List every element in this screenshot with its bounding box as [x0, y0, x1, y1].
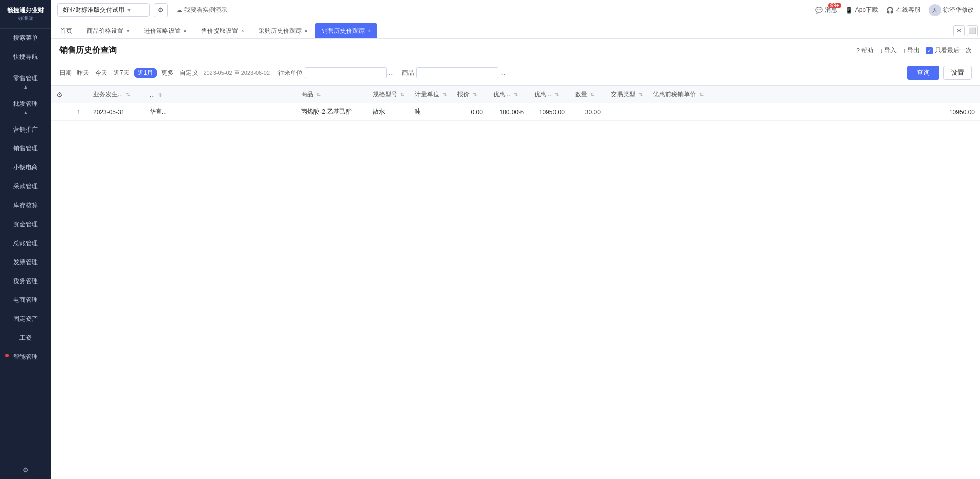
- tab-purchase-history[interactable]: 采购历史价跟踪 ×: [252, 23, 314, 38]
- col-header-unit[interactable]: 计量单位 ⇅: [410, 86, 452, 103]
- sidebar-item-retail[interactable]: 零售管理 ▲: [0, 69, 51, 95]
- only-last-checkbox[interactable]: ✓: [926, 47, 933, 54]
- sort-extra-icon[interactable]: ⇅: [158, 92, 162, 98]
- sort-unit-icon[interactable]: ⇅: [443, 92, 447, 97]
- export-button[interactable]: ↑ 导出: [903, 46, 920, 55]
- sidebar-settings-icon[interactable]: ⚙: [0, 461, 51, 479]
- source-unit-input[interactable]: [305, 67, 387, 78]
- sort-product-icon[interactable]: ⇅: [316, 92, 321, 97]
- preset-custom[interactable]: 自定义: [178, 68, 200, 78]
- sidebar-item-purchase[interactable]: 采购管理: [0, 177, 51, 196]
- tab-purchase-strategy[interactable]: 进价策略设置 ×: [137, 23, 194, 38]
- messages-button[interactable]: 💬 消息 99+: [815, 6, 837, 14]
- sidebar-quicknav[interactable]: 快捷导航: [0, 48, 51, 67]
- export-icon: ↑: [903, 47, 906, 54]
- topbar-version-selector[interactable]: 好业财标准版交付试用 ▼: [57, 3, 150, 17]
- tab-purchase-history-close[interactable]: ×: [305, 28, 308, 34]
- smart-red-dot: [5, 354, 9, 357]
- col-header-date[interactable]: 业务发生... ⇅: [88, 86, 144, 103]
- sidebar-item-retail-label: 零售管理: [13, 74, 38, 83]
- app-download-label: App下载: [855, 6, 878, 14]
- headset-icon: 🎧: [886, 7, 894, 14]
- col-trade-label: 交易类型: [611, 91, 635, 98]
- source-unit-more[interactable]: ...: [389, 69, 394, 76]
- user-profile[interactable]: 人 徐泽华修改: [929, 4, 974, 16]
- help-button[interactable]: ? 帮助: [856, 46, 874, 55]
- sidebar-item-salary[interactable]: 工资: [0, 329, 51, 347]
- sidebar-search[interactable]: 搜索菜单: [0, 29, 51, 48]
- col-header-product[interactable]: 商品 ⇅: [296, 86, 368, 103]
- sidebar-item-fixed-assets-label: 固定资产: [13, 315, 38, 323]
- col-header-qty[interactable]: 数量 ⇅: [570, 86, 606, 103]
- expand-tab-button[interactable]: ⬜: [967, 25, 978, 36]
- col-discount2-label: 优惠...: [534, 91, 551, 98]
- sort-pretax-icon[interactable]: ⇅: [699, 92, 704, 97]
- col-header-extra[interactable]: ... ⇅: [144, 86, 296, 103]
- table-row[interactable]: 1 2023-05-31 华查... 丙烯酸-2-乙基己酯 散水 吨 0.00 …: [51, 103, 980, 121]
- sidebar-item-ledger[interactable]: 总账管理: [0, 234, 51, 253]
- sort-discount1-icon[interactable]: ⇅: [514, 92, 518, 97]
- import-button[interactable]: ↓ 导入: [880, 46, 897, 55]
- sort-trade-icon[interactable]: ⇅: [638, 92, 643, 97]
- tab-price-extract[interactable]: 售价提取设置 ×: [195, 23, 251, 38]
- filter-bar: 日期 昨天 今天 近7天 近1月 更多 自定义 2023-05-02 至 202…: [51, 60, 980, 85]
- col-header-pretax[interactable]: 优惠前税销单价 ⇅: [648, 86, 980, 103]
- tab-home[interactable]: 首页: [53, 23, 79, 38]
- preset-yesterday[interactable]: 昨天: [75, 68, 91, 78]
- topbar-demo-link[interactable]: ☁ 我要看实例演示: [176, 6, 227, 14]
- sort-spec-icon[interactable]: ⇅: [400, 92, 404, 97]
- product-filter-more[interactable]: ...: [500, 69, 505, 76]
- preset-today[interactable]: 今天: [93, 68, 110, 78]
- sort-qty-icon[interactable]: ⇅: [590, 92, 594, 97]
- gear-icon[interactable]: ⚙: [56, 91, 63, 99]
- tab-sales-history-close[interactable]: ×: [368, 28, 371, 34]
- sidebar-item-sales-label: 销售管理: [13, 144, 38, 153]
- sidebar-item-sales[interactable]: 销售管理: [0, 139, 51, 158]
- only-last-checkbox-group[interactable]: ✓ 只看最后一次: [926, 46, 972, 55]
- settings-button[interactable]: 设置: [943, 66, 972, 80]
- sidebar-item-ecommerce-small[interactable]: 小畅电商: [0, 158, 51, 177]
- product-filter-input[interactable]: [416, 67, 498, 78]
- sidebar-item-tax[interactable]: 税务管理: [0, 272, 51, 291]
- sidebar-item-fixed-assets[interactable]: 固定资产: [0, 310, 51, 329]
- preset-more[interactable]: 更多: [159, 68, 176, 78]
- col-header-trade[interactable]: 交易类型 ⇅: [606, 86, 648, 103]
- sort-date-icon[interactable]: ⇅: [126, 92, 130, 97]
- tab-sales-history[interactable]: 销售历史价跟踪 ×: [315, 23, 377, 38]
- preset-last1m[interactable]: 近1月: [134, 68, 158, 78]
- user-name: 徐泽华修改: [943, 6, 974, 14]
- col-header-discount1[interactable]: 优惠... ⇅: [488, 86, 529, 103]
- tab-product-price[interactable]: 商品价格设置 ×: [80, 23, 136, 38]
- sidebar-item-ecommerce[interactable]: 电商管理: [0, 291, 51, 310]
- table-header-row: ⚙ 业务发生... ⇅ ... ⇅: [51, 86, 980, 103]
- sidebar-item-invoice-label: 发票管理: [13, 258, 38, 267]
- col-header-settings[interactable]: ⚙: [51, 86, 70, 103]
- logo-title: 畅捷通好业财: [4, 6, 47, 15]
- page-header: 销售历史价查询 ? 帮助 ↓ 导入 ↑ 导出 ✓: [51, 39, 980, 60]
- sidebar-item-smart-label: 智能管理: [13, 353, 38, 361]
- online-service-button[interactable]: 🎧 在线客服: [886, 6, 921, 14]
- sort-price-icon[interactable]: ⇅: [473, 92, 477, 97]
- sidebar-item-wholesale[interactable]: 批发管理 ▲: [0, 95, 51, 120]
- query-button[interactable]: 查询: [907, 66, 939, 80]
- sidebar-item-finance[interactable]: 资金管理: [0, 215, 51, 234]
- app-download-button[interactable]: 📱 App下载: [845, 6, 878, 14]
- sidebar-item-invoice[interactable]: 发票管理: [0, 253, 51, 272]
- tab-product-price-close[interactable]: ×: [126, 28, 130, 34]
- sort-discount2-icon[interactable]: ⇅: [555, 92, 559, 97]
- date-presets: 昨天 今天 近7天 近1月 更多 自定义: [75, 68, 200, 78]
- source-unit-label: 往来单位: [278, 69, 303, 77]
- col-header-spec[interactable]: 规格型号 ⇅: [368, 86, 410, 103]
- col-price-label: 报价: [457, 91, 470, 98]
- sidebar-item-inventory[interactable]: 库存核算: [0, 196, 51, 215]
- col-header-discount2[interactable]: 优惠... ⇅: [529, 86, 570, 103]
- sidebar-item-marketing[interactable]: 营销推广: [0, 120, 51, 139]
- sidebar-item-smart[interactable]: 智能管理: [0, 347, 51, 366]
- topbar-gear-button[interactable]: ⚙: [154, 3, 168, 17]
- preset-last7[interactable]: 近7天: [112, 68, 132, 78]
- close-tab-button[interactable]: ✕: [953, 25, 965, 36]
- tab-price-extract-close[interactable]: ×: [241, 28, 244, 34]
- tab-purchase-strategy-close[interactable]: ×: [184, 28, 187, 34]
- demo-icon: ☁: [176, 7, 182, 14]
- col-header-price[interactable]: 报价 ⇅: [452, 86, 488, 103]
